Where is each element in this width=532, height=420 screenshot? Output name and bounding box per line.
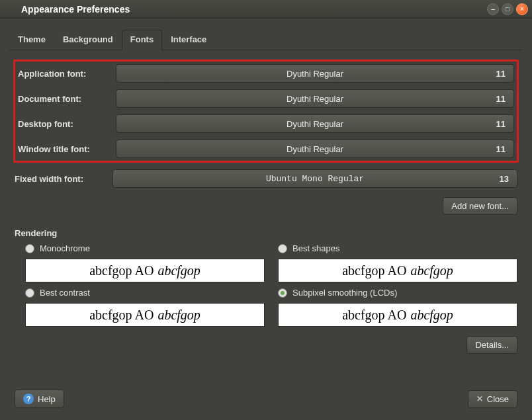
application-font-name: Dyuthi Regular [287, 69, 343, 79]
window-close-button[interactable]: × [516, 3, 528, 15]
fixed-width-font-name: Ubuntu Mono Regular [266, 174, 364, 184]
sample-best-contrast: abcfgop AO abcfgop [25, 303, 265, 327]
desktop-font-label: Desktop font: [18, 119, 109, 129]
window-title-font-label: Window title font: [18, 144, 109, 154]
sample-text-italic: abcfgop [157, 308, 200, 323]
details-row: Details... [15, 336, 517, 354]
radio-subpixel-label: Subpixel smoothing (LCDs) [292, 288, 397, 298]
radio-icon [25, 244, 34, 253]
desktop-font-button[interactable]: Dyuthi Regular 11 [116, 114, 514, 133]
tab-interface[interactable]: Interface [162, 30, 215, 50]
document-font-label: Document font: [18, 94, 109, 104]
tab-bar: Theme Background Fonts Interface [9, 29, 523, 50]
rendering-title: Rendering [15, 228, 517, 238]
radio-best-shapes[interactable]: Best shapes [278, 243, 517, 253]
maximize-button[interactable]: □ [502, 3, 513, 15]
rendering-grid: Monochrome Best shapes abcfgop AO abcfgo… [15, 243, 517, 327]
details-label: Details... [475, 340, 509, 350]
help-icon: ? [23, 394, 34, 404]
fixed-width-font-label: Fixed width font: [15, 174, 106, 184]
sample-text-roman: abcfgop AO [342, 263, 406, 278]
help-button[interactable]: ? Help [15, 390, 64, 408]
fixed-width-font-button[interactable]: Ubuntu Mono Regular 13 [112, 169, 517, 188]
dialog-footer: ? Help ✕ Close [15, 384, 517, 408]
application-font-button[interactable]: Dyuthi Regular 11 [116, 64, 514, 83]
sample-subpixel: abcfgop AO abcfgop [278, 303, 517, 327]
radio-monochrome[interactable]: Monochrome [25, 243, 265, 253]
fonts-panel: Application font: Dyuthi Regular 11 Docu… [9, 50, 523, 413]
sample-best-shapes: abcfgop AO abcfgop [278, 259, 517, 282]
application-font-size: 11 [496, 69, 513, 79]
radio-icon [25, 288, 34, 298]
sample-monochrome: abcfgop AO abcfgop [25, 259, 265, 282]
sample-text-roman: abcfgop AO [342, 308, 406, 323]
document-font-row: Document font: Dyuthi Regular 11 [15, 89, 517, 108]
radio-best-contrast[interactable]: Best contrast [25, 288, 265, 298]
window-title-font-size: 11 [496, 144, 513, 154]
titlebar: Appearance Preferences ‒ □ × [0, 0, 532, 19]
document-font-size: 11 [496, 94, 513, 104]
highlighted-font-group: Application font: Dyuthi Regular 11 Docu… [13, 60, 519, 163]
sample-text-roman: abcfgop AO [89, 263, 154, 278]
application-font-label: Application font: [18, 69, 109, 79]
help-label: Help [38, 394, 56, 404]
sample-text-italic: abcfgop [410, 263, 453, 278]
add-font-row: Add new font... [15, 197, 517, 215]
application-font-row: Application font: Dyuthi Regular 11 [15, 64, 517, 83]
fixed-width-font-row: Fixed width font: Ubuntu Mono Regular 13 [15, 169, 517, 188]
details-button[interactable]: Details... [466, 336, 517, 354]
window-body: Theme Background Fonts Interface Applica… [0, 19, 532, 420]
close-button[interactable]: ✕ Close [468, 390, 517, 408]
minimize-button[interactable]: ‒ [487, 3, 499, 15]
sample-text-italic: abcfgop [410, 308, 453, 323]
document-font-button[interactable]: Dyuthi Regular 11 [116, 89, 514, 108]
tab-theme[interactable]: Theme [9, 30, 54, 50]
desktop-font-name: Dyuthi Regular [287, 119, 343, 129]
add-new-font-button[interactable]: Add new font... [443, 197, 517, 215]
fixed-width-font-size: 13 [500, 174, 517, 184]
radio-icon [278, 288, 287, 298]
radio-icon [278, 244, 287, 253]
window-title-font-button[interactable]: Dyuthi Regular 11 [116, 140, 514, 158]
radio-best-shapes-label: Best shapes [292, 243, 340, 253]
rendering-section: Rendering Monochrome Best shapes abcfgop… [15, 228, 517, 327]
desktop-font-size: 11 [496, 119, 513, 129]
close-label: Close [487, 394, 509, 404]
window-title-font-row: Window title font: Dyuthi Regular 11 [15, 140, 517, 158]
desktop-font-row: Desktop font: Dyuthi Regular 11 [15, 114, 517, 133]
window-title: Appearance Preferences [4, 4, 487, 15]
window-controls: ‒ □ × [487, 3, 528, 15]
sample-text-italic: abcfgop [157, 263, 200, 278]
sample-text-roman: abcfgop AO [89, 308, 154, 323]
tab-background[interactable]: Background [54, 30, 122, 50]
close-icon: ✕ [476, 394, 483, 403]
add-new-font-label: Add new font... [451, 201, 509, 211]
document-font-name: Dyuthi Regular [287, 94, 343, 104]
radio-subpixel[interactable]: Subpixel smoothing (LCDs) [278, 288, 517, 298]
radio-monochrome-label: Monochrome [40, 243, 90, 253]
radio-best-contrast-label: Best contrast [40, 288, 90, 298]
window-title-font-name: Dyuthi Regular [287, 144, 343, 154]
tab-fonts[interactable]: Fonts [122, 30, 162, 50]
